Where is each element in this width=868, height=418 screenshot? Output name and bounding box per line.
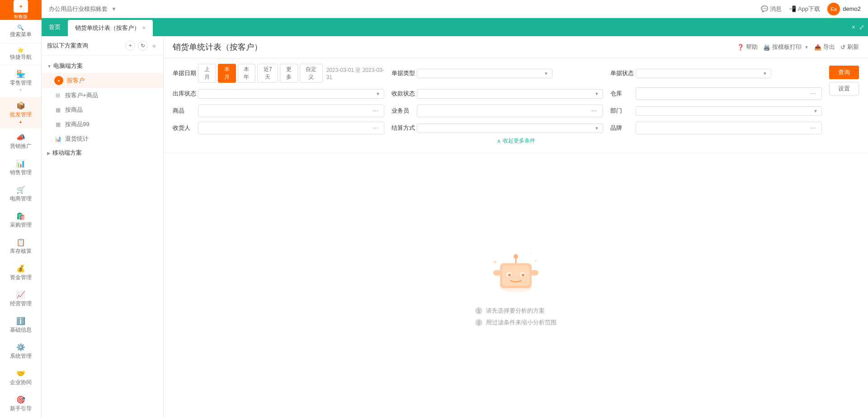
group-desktop-arrow: ▼ [47, 64, 52, 69]
query-button[interactable]: 查询 [829, 66, 859, 79]
date-range-display: 2023-03-01 至 2023-03-31 [326, 66, 384, 81]
scheme-group-desktop-header[interactable]: ▼ 电脑端方案 [42, 59, 163, 73]
out-status-select[interactable]: ▼ [198, 89, 384, 99]
sidebar-item-system[interactable]: ⚙️ 系统管理 [0, 338, 41, 365]
quick-nav[interactable]: ⭐ 快捷导航 [0, 43, 41, 65]
filter-row-2: 出库状态 ▼ 收款状态 ▼ [173, 87, 822, 100]
goods-select[interactable]: ··· [198, 104, 384, 117]
order-type-select[interactable]: ▼ [417, 69, 552, 78]
brand-dots[interactable]: ··· [808, 124, 818, 132]
date-btn-custom[interactable]: 自定义 [300, 64, 323, 83]
template-print-action[interactable]: 🖨️ 按模板打印 ▼ [763, 43, 809, 51]
basic-label: 基础信息 [10, 326, 32, 334]
date-btn-this-year[interactable]: 本年 [238, 64, 256, 83]
scheme-item-by-customer[interactable]: ● 按客户 [42, 73, 163, 88]
scheme-refresh-btn[interactable]: ↻ [138, 41, 148, 51]
purchase-icon: 🛍️ [16, 212, 25, 220]
receiver-dots[interactable]: ··· [371, 124, 380, 132]
empty-state: ✦ ✦ ✦ 1 请先选择要分析的方案 2 用过滤条件来缩小分析范围 [164, 153, 868, 418]
settings-button[interactable]: 设置 [829, 82, 859, 95]
scheme-group-mobile-header[interactable]: ▶ 移动端方案 [42, 146, 163, 160]
sidebar-item-marketing[interactable]: 📣 营销推广 [0, 128, 41, 155]
export-action[interactable]: 📤 导出 [814, 43, 835, 51]
scheme-item-by-goods-99-label: 按商品99 [65, 120, 89, 128]
order-type-arrow: ▼ [544, 71, 548, 76]
search-menu[interactable]: 🔍 搜索菜单 [0, 20, 41, 43]
scheme-collapse-btn[interactable]: « [151, 41, 158, 50]
scheme-item-return-stat[interactable]: 📊 退货统计 [42, 132, 163, 146]
tab-close-btn[interactable]: × [142, 25, 146, 31]
refresh-action[interactable]: ↺ 刷新 [840, 43, 859, 51]
search-menu-label: 搜索菜单 [10, 31, 32, 38]
svg-point-8 [514, 254, 518, 259]
salesman-select[interactable]: ··· [417, 104, 603, 117]
sidebar-item-wholesale[interactable]: 📦 批发管理 ▲ [0, 97, 41, 128]
sidebar-item-basic[interactable]: ℹ️ 基础信息 [0, 312, 41, 338]
order-status-label: 单据状态 [610, 69, 636, 77]
content-area: 按以下方案查询 + ↻ « ▼ 电脑端方案 [42, 36, 868, 418]
sidebar: ✦ 标账版 🔍 搜索菜单 ⭐ 快捷导航 🏪 零售管理 ▼ 📦 批发管理 ▲ 📣 … [0, 0, 42, 418]
scheme-item-by-customer-goods[interactable]: ⊞ 按客户+商品 [42, 88, 163, 103]
sidebar-item-retail[interactable]: 🏪 零售管理 ▼ [0, 65, 41, 97]
order-status-select[interactable]: ▼ [636, 69, 771, 78]
settlement-select[interactable]: ▼ [417, 124, 603, 133]
ecommerce-icon: 🛒 [16, 185, 25, 194]
department-select[interactable]: ▼ [636, 106, 822, 116]
date-btn-last-7[interactable]: 近7天 [257, 64, 278, 83]
warehouse-dots[interactable]: ··· [808, 90, 818, 98]
marketing-label: 营销推广 [10, 142, 32, 150]
warehouse-select[interactable]: ··· [636, 87, 822, 100]
receipt-status-select[interactable]: ▼ [417, 89, 603, 99]
sidebar-item-purchase[interactable]: 🛍️ 采购管理 [0, 207, 41, 233]
goods-dots[interactable]: ··· [371, 107, 380, 115]
search-icon: 🔍 [17, 24, 24, 31]
tab-sales-stat[interactable]: 销货单统计表（按客户） × [68, 20, 153, 36]
date-btn-last-month[interactable]: 上月 [198, 64, 216, 83]
user-profile[interactable]: Ea demo2 [827, 3, 861, 15]
sidebar-item-inventory[interactable]: 📋 库存核算 [0, 233, 41, 260]
close-window-btn[interactable]: × [852, 24, 855, 31]
salesman-dots[interactable]: ··· [590, 107, 599, 115]
help-label: 帮助 [746, 43, 758, 51]
help-action[interactable]: ❓ 帮助 [737, 43, 758, 51]
refresh-icon: ↺ [840, 44, 845, 51]
sidebar-item-finance[interactable]: 💰 资金管理 [0, 260, 41, 286]
tab-sales-stat-label: 销货单统计表（按客户） [75, 24, 140, 32]
date-btn-more[interactable]: 更多 [280, 64, 298, 83]
enterprise-label: 企业协同 [10, 379, 32, 386]
sidebar-item-operations[interactable]: 📈 经营管理 [0, 286, 41, 312]
app-logo[interactable]: ✦ 标账版 [0, 0, 42, 20]
receiver-select[interactable]: ··· [198, 122, 384, 134]
date-btn-this-month[interactable]: 本月 [218, 64, 236, 83]
tip-text-2: 用过滤条件来缩小分析范围 [486, 318, 557, 327]
inventory-label: 库存核算 [10, 247, 32, 255]
brand-select[interactable]: ··· [636, 122, 822, 134]
account-dropdown-arrow[interactable]: ▼ [111, 6, 117, 12]
message-action[interactable]: 💬 消息 [761, 5, 782, 13]
operations-label: 经营管理 [10, 300, 32, 308]
sidebar-item-enterprise[interactable]: 🤝 企业协同 [0, 365, 41, 391]
main-area: 办公用品行业模拟账套 ▼ 💬 消息 📲 App下载 Ea demo2 首页 [42, 0, 868, 418]
collapse-more-btn[interactable]: ∧ 收起更多条件 [173, 134, 859, 147]
empty-illustration: ✦ ✦ ✦ [489, 245, 543, 295]
sidebar-item-newbie[interactable]: 🎯 新手引导 [0, 391, 41, 417]
restore-window-btn[interactable]: ⤢ [859, 24, 864, 31]
purchase-label: 采购管理 [10, 221, 32, 229]
sidebar-item-ecommerce[interactable]: 🛒 电商管理 [0, 181, 41, 207]
scheme-add-btn[interactable]: + [125, 41, 135, 51]
sidebar-item-sales[interactable]: 📊 销售管理 [0, 155, 41, 181]
user-name: demo2 [843, 5, 861, 12]
scheme-item-by-goods[interactable]: ▦ 按商品 [42, 103, 163, 117]
tab-home-label: 首页 [49, 23, 61, 31]
filter-out-status-field: 出库状态 ▼ [173, 89, 384, 99]
tab-home[interactable]: 首页 [42, 18, 68, 36]
app-download-action[interactable]: 📲 App下载 [789, 5, 820, 13]
page-title: 销货单统计表（按客户） [173, 42, 262, 52]
filter-form: 单据日期 上月 本月 本年 近7天 更多 自定义 2023-03-01 至 20… [173, 64, 822, 134]
newbie-icon: 🎯 [16, 395, 25, 404]
scheme-item-by-goods-99[interactable]: ▦ 按商品99 [42, 117, 163, 132]
inventory-icon: 📋 [16, 238, 25, 247]
retail-arrow: ▼ [19, 88, 23, 92]
message-label: 消息 [770, 5, 782, 13]
scheme-icon-goods-99: ▦ [54, 121, 61, 128]
